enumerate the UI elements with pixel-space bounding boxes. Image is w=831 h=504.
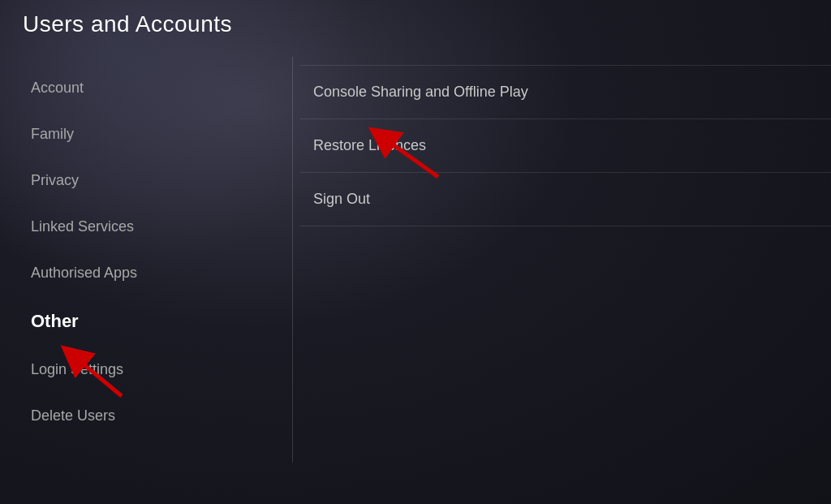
sidebar-item-delete-users[interactable]: Delete Users [23, 393, 288, 439]
sidebar-item-privacy[interactable]: Privacy [23, 157, 288, 204]
panel-divider [292, 57, 293, 463]
sidebar-item-other[interactable]: Other [23, 296, 288, 347]
sidebar-item-account[interactable]: Account [23, 65, 288, 111]
sidebar-item-authorised-apps[interactable]: Authorised Apps [23, 250, 288, 296]
page-title: Users and Accounts [23, 11, 232, 37]
menu-item-console-sharing[interactable]: Console Sharing and Offline Play [300, 65, 831, 119]
menu-item-restore-licences[interactable]: Restore Licences [300, 119, 831, 173]
sidebar-item-linked-services[interactable]: Linked Services [23, 204, 288, 250]
sidebar-item-login-settings[interactable]: Login Settings [23, 347, 288, 393]
menu-item-sign-out[interactable]: Sign Out [300, 173, 831, 226]
sidebar-item-family[interactable]: Family [23, 111, 288, 157]
sidebar: Account Family Privacy Linked Services A… [0, 57, 288, 504]
main-menu: Console Sharing and Offline Play Restore… [300, 57, 831, 504]
